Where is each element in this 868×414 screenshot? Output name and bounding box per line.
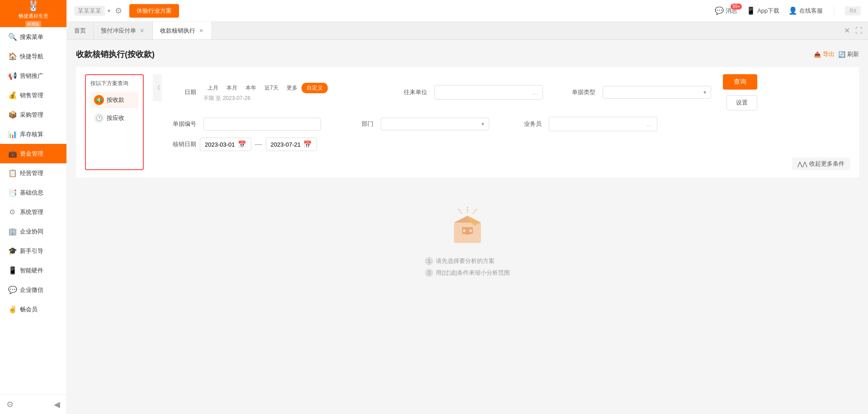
basic-info-icon: 📑: [8, 188, 16, 197]
settings-button[interactable]: 设置: [726, 95, 757, 110]
user-dropdown-arrow[interactable]: ▾: [108, 8, 110, 14]
date-this-year[interactable]: 本年: [241, 82, 260, 94]
filter-form: 日期 上月 本月 本年 近7天 更多 自定义 不限 至 2023-07-26 往…: [169, 74, 850, 170]
sidebar-item-system[interactable]: ⚙ 系统管理: [0, 202, 66, 222]
date-last-7days[interactable]: 近7天: [260, 82, 283, 94]
tab-writeoff[interactable]: 收款核销执行 ✕: [153, 22, 212, 39]
sidebar-item-basic-info[interactable]: 📑 基础信息: [0, 183, 66, 202]
filter-option-by-receivable[interactable]: 🕐 按应收: [90, 110, 138, 126]
member-icon: ✌: [8, 305, 16, 314]
tip-num-1: 1: [425, 257, 433, 265]
calendar-end-icon: 📅: [303, 140, 312, 148]
filter-actions: 查询 设置: [718, 74, 757, 110]
collapse-left-icon: 《: [155, 84, 160, 92]
export-button[interactable]: 📤 导出: [814, 50, 835, 58]
date-this-month[interactable]: 本月: [222, 82, 241, 94]
date-more[interactable]: 更多: [283, 82, 302, 94]
service-icon: 👤: [788, 6, 797, 15]
sidebar-item-label: 基础信息: [20, 189, 43, 197]
query-button[interactable]: 查询: [723, 74, 757, 90]
tab-home-label: 首页: [74, 27, 86, 35]
tip-text-1: 请先选择要分析的方案: [436, 257, 495, 265]
collapse-more-button[interactable]: ⋀⋀ 收起更多条件: [792, 157, 850, 170]
tab-prepay[interactable]: 预付冲应付单 ✕: [94, 22, 153, 39]
online-service-btn[interactable]: 👤 在线客服: [788, 6, 823, 15]
app-download-btn[interactable]: 📱 App下载: [746, 6, 779, 15]
sidebar-item-label: 库存核算: [20, 130, 43, 138]
refresh-label: 刷新: [847, 50, 859, 58]
sidebar-bottom: ⚙ ◀: [0, 395, 66, 414]
collapse-more-row: ⋀⋀ 收起更多条件: [169, 157, 850, 170]
logo-icon: 🐰: [27, 0, 39, 12]
doc-type-select[interactable]: ▾: [603, 86, 711, 99]
filter-panel: 按以下方案查询 💵 按收款 🕐 按应收 《 日期: [76, 67, 859, 177]
tip-num-2: 2: [425, 269, 433, 277]
sidebar-item-search-menu[interactable]: 🔍 搜索菜单: [0, 27, 66, 47]
message-badge: 99+: [731, 4, 742, 10]
filter-row-docnumber: 单据编号 部门 ▾ 业务员 ...: [169, 117, 850, 131]
sidebar-item-label: 系统管理: [20, 208, 43, 216]
counterparty-select[interactable]: ...: [434, 85, 543, 100]
sidebar-item-label: 快捷导航: [20, 52, 43, 61]
sales-icon: 💰: [8, 91, 16, 100]
date-last-month[interactable]: 上月: [203, 82, 222, 94]
date-range-separator: —: [255, 140, 262, 148]
date-options: 上月 本月 本年 近7天 更多 自定义 不限 至 2023-07-26: [203, 82, 375, 102]
sidebar-item-sales[interactable]: 💰 销售管理: [0, 86, 66, 105]
sidebar-item-member[interactable]: ✌ 畅会员: [0, 300, 66, 319]
settings-gear-icon[interactable]: ⚙: [115, 6, 122, 16]
sidebar-item-purchase[interactable]: 📦 采购管理: [0, 105, 66, 124]
salesperson-select[interactable]: ...: [549, 117, 657, 131]
salesperson-dots[interactable]: ...: [646, 120, 652, 128]
sidebar-logo[interactable]: 🐰 畅捷通好生意 标准版: [0, 0, 66, 27]
guide-icon: 🎓: [8, 247, 16, 255]
doc-number-input[interactable]: [203, 118, 321, 131]
sidebar-item-label: 采购管理: [20, 111, 43, 119]
calendar-start-icon: 📅: [238, 140, 246, 148]
hardware-icon: 📱: [8, 266, 16, 275]
receipt-icon: 💵: [94, 95, 104, 105]
industry-btn[interactable]: 休验行业方案: [129, 4, 179, 18]
salesperson-label: 业务员: [514, 120, 542, 128]
bottom-settings-icon[interactable]: ⚙: [6, 400, 14, 409]
empty-tip-1: 1 请先选择要分析的方案: [425, 257, 509, 265]
date-custom[interactable]: 自定义: [302, 83, 328, 93]
writeoff-date-start-picker[interactable]: 2023-03-01 📅: [200, 138, 251, 151]
sidebar-item-marketing[interactable]: 📢 营销推广: [0, 66, 66, 86]
bottom-collapse-icon[interactable]: ◀: [54, 400, 60, 409]
sidebar-item-enterprise[interactable]: 🏢 企业协同: [0, 222, 66, 241]
sidebar-item-quick-nav[interactable]: 🏠 快捷导航: [0, 47, 66, 66]
tab-fullscreen-icon[interactable]: ⛶: [854, 25, 864, 37]
message-btn[interactable]: 💬 消息 99+: [715, 6, 737, 15]
search-icon: 🔍: [8, 33, 16, 41]
page-content: 收款核销执行(按收款) 📤 导出 🔄 刷新 按以下方案查询 💵 按收款: [67, 40, 868, 414]
tab-home[interactable]: 首页: [67, 22, 94, 39]
sidebar-item-guide[interactable]: 🎓 新手引导: [0, 241, 66, 261]
tab-writeoff-close-icon[interactable]: ✕: [198, 27, 204, 35]
export-icon: 📤: [814, 51, 821, 58]
filter-option-by-receipt[interactable]: 💵 按收款: [90, 92, 138, 108]
page-header: 收款核销执行(按收款) 📤 导出 🔄 刷新: [76, 49, 859, 60]
tab-close-all-icon[interactable]: ✕: [842, 24, 852, 37]
svg-line-7: [458, 209, 462, 214]
sidebar-item-wechat[interactable]: 💬 企业微信: [0, 280, 66, 300]
empty-svg: [445, 205, 490, 250]
counterparty-dots[interactable]: ...: [532, 88, 538, 96]
sidebar-item-label: 搜索菜单: [20, 33, 43, 41]
sidebar-item-label: 新手引导: [20, 247, 43, 255]
filter-collapse-button[interactable]: 《: [153, 74, 162, 101]
filter-sidebar-title: 按以下方案查询: [90, 80, 138, 87]
filter-option-receipt-label: 按收款: [107, 96, 124, 104]
sidebar-item-inventory[interactable]: 📊 库存核算: [0, 124, 66, 144]
tab-prepay-close-icon[interactable]: ✕: [139, 27, 145, 35]
sidebar-item-operations[interactable]: 📋 经营管理: [0, 163, 66, 183]
tab-writeoff-label: 收款核销执行: [160, 27, 195, 35]
sidebar-item-hardware[interactable]: 📱 智能硬件: [0, 261, 66, 280]
sidebar-item-finance[interactable]: 💼 资金管理: [0, 144, 66, 163]
tabbar: 首页 预付冲应付单 ✕ 收款核销执行 ✕ ✕ ⛶: [67, 22, 868, 40]
app-label: App下载: [757, 7, 779, 15]
refresh-button[interactable]: 🔄 刷新: [838, 50, 859, 58]
writeoff-date-start-value: 2023-03-01: [205, 141, 235, 148]
department-select[interactable]: ▾: [381, 118, 489, 130]
writeoff-date-end-picker[interactable]: 2023-07-21 📅: [266, 138, 317, 151]
